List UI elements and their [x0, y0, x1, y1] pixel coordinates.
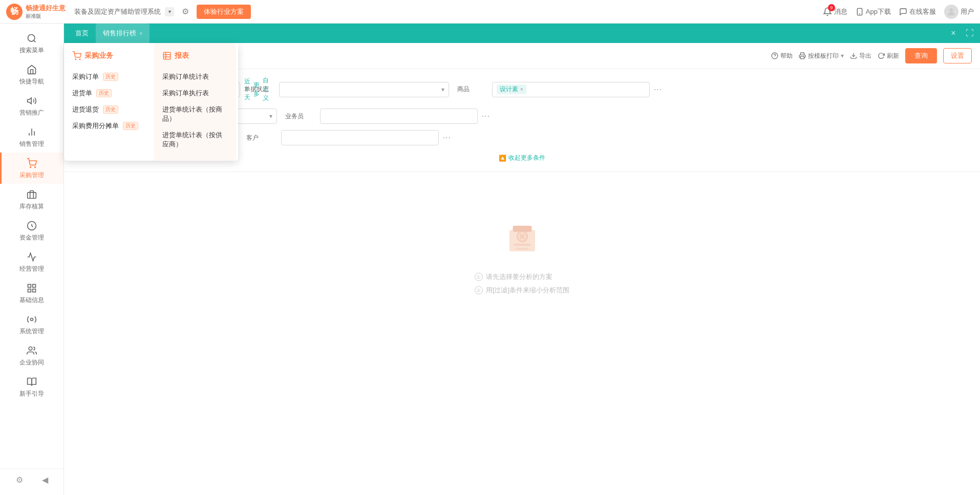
top-header: 畅 畅捷通好生意 标准版 装备及固定资产辅助管理系统 ▾ ⚙ 体验行业方案 9 …: [0, 0, 980, 24]
tab-expand-btn[interactable]: ⛶: [964, 27, 976, 39]
sidebar-item-inventory[interactable]: 库存核算: [0, 184, 63, 215]
svg-rect-29: [516, 248, 528, 249]
tip-text-2: 用[过滤]条件来缩小分析范围: [486, 286, 569, 295]
sidebar-item-finance[interactable]: 资金管理: [0, 215, 63, 246]
sidebar-item-marketing[interactable]: 营销推广: [0, 90, 63, 121]
goods-tag-close[interactable]: ×: [520, 87, 523, 92]
online-service-item[interactable]: 在线客服: [899, 7, 936, 16]
notification-icon: 9: [823, 7, 832, 16]
marketing-icon: [26, 95, 37, 106]
tab-sales-ranking-label: 销售排行榜: [103, 29, 136, 38]
customer-dots-btn[interactable]: ···: [443, 133, 451, 142]
collapse-label: 收起更多条件: [508, 154, 545, 162]
svg-rect-16: [33, 289, 36, 292]
tab-bar: 首页 销售排行榜 × × ⛶: [64, 24, 980, 43]
system-gear-btn[interactable]: ⚙: [178, 5, 193, 19]
collab-icon: [26, 345, 37, 356]
dropdown-col1-title: 采购业务: [72, 51, 146, 62]
tab-sales-ranking[interactable]: 销售排行榜 ×: [96, 24, 150, 43]
dropdown-item-purchase-order[interactable]: 采购订单 历史: [72, 69, 146, 85]
notification-item[interactable]: 9 消息: [823, 7, 847, 16]
inbound-history-badge: 历史: [96, 89, 112, 97]
inventory-icon: [26, 189, 37, 200]
logo-text: 畅捷通好生意 标准版: [26, 4, 66, 20]
inbound-return-history-badge: 历史: [103, 105, 118, 114]
sidebar: 搜索菜单 快捷导航 营销推广 销售管理 采购管理: [0, 24, 64, 495]
svg-point-31: [79, 59, 80, 60]
purchase-expense-history-badge: 历史: [123, 122, 138, 130]
logo-area: 畅 畅捷通好生意 标准版: [6, 4, 70, 20]
dropdown-item-po-stat[interactable]: 采购订单统计表: [162, 69, 228, 85]
sidebar-item-collab[interactable]: 企业协同: [0, 340, 63, 371]
goods-tag-text: 设计素: [500, 85, 518, 94]
logo-sub: 标准版: [26, 13, 66, 20]
dropdown-item-inbound-return[interactable]: 进货退货 历史: [72, 101, 146, 118]
sidebar-settings-btn[interactable]: ⚙: [16, 475, 23, 485]
logo-icon: 畅: [6, 4, 23, 20]
customer-select[interactable]: [281, 130, 439, 145]
online-service-label: 在线客服: [909, 7, 936, 16]
purchase-order-history-badge: 历史: [103, 73, 118, 81]
svg-rect-21: [801, 56, 804, 59]
basic-icon: [26, 283, 37, 294]
dropdown-item-inbound[interactable]: 进货单 历史: [72, 85, 146, 101]
app-download-item[interactable]: App下载: [856, 7, 891, 16]
sidebar-bottom: ⚙ ◀: [0, 468, 63, 491]
dropdown-col2-title: 报表: [162, 51, 228, 62]
print-dropdown-icon[interactable]: ▾: [841, 52, 844, 59]
salesman-select[interactable]: [320, 109, 478, 124]
svg-line-4: [34, 40, 36, 42]
sidebar-item-sales[interactable]: 销售管理: [0, 121, 63, 153]
purchase-icon: [26, 158, 37, 169]
po-stat-label: 采购订单统计表: [162, 72, 209, 81]
goods-dots-btn[interactable]: ···: [654, 85, 662, 94]
bill-status-select[interactable]: ▾: [279, 82, 449, 97]
help-btn[interactable]: 帮助: [771, 52, 793, 60]
refresh-btn[interactable]: 刷新: [878, 52, 899, 60]
print-btn[interactable]: 按模板打印 ▾: [799, 52, 844, 60]
help-label: 帮助: [780, 52, 793, 60]
export-btn[interactable]: 导出: [850, 52, 871, 60]
dropdown-item-purchase-expense[interactable]: 采购费用分摊单 历史: [72, 118, 146, 134]
po-exec-label: 采购订单执行表: [162, 89, 209, 98]
collapse-icon: 🔼: [499, 155, 506, 162]
salesman-dots-btn[interactable]: ···: [482, 112, 490, 121]
query-btn[interactable]: 查询: [905, 48, 937, 63]
sidebar-item-system[interactable]: 系统管理: [0, 309, 63, 340]
purchase-order-label: 采购订单: [72, 72, 99, 81]
dropdown-menu: 采购业务 采购订单 历史 进货单 历史 进货退货 历史 采购费用分摊单 历史 报…: [64, 43, 238, 161]
sidebar-finance-label: 资金管理: [19, 233, 44, 242]
dropdown-item-inbound-stat-supplier[interactable]: 进货单统计表（按供应商）: [162, 127, 228, 153]
salesman-label: 业务员: [285, 112, 316, 121]
notification-badge: 9: [828, 4, 835, 11]
settings-btn[interactable]: 设置: [943, 48, 972, 63]
sidebar-item-guide[interactable]: 新手引导: [0, 371, 63, 402]
sidebar-collab-label: 企业协同: [19, 358, 44, 367]
refresh-label: 刷新: [887, 52, 899, 60]
sidebar-item-search[interactable]: 搜索菜单: [0, 28, 63, 59]
purchase-expense-label: 采购费用分摊单: [72, 121, 119, 131]
print-label: 按模板打印: [808, 52, 839, 60]
tab-window-close-btn[interactable]: ×: [947, 27, 960, 39]
system-dropdown-btn[interactable]: ▾: [165, 7, 174, 16]
notification-label: 消息: [834, 7, 847, 16]
user-item[interactable]: 用户: [944, 5, 974, 19]
tab-close-btn[interactable]: ×: [139, 30, 142, 36]
svg-point-17: [31, 318, 33, 321]
bill-status-label: 单据状态: [244, 85, 275, 94]
industry-btn[interactable]: 体验行业方案: [197, 5, 251, 19]
user-avatar: [944, 5, 958, 19]
sidebar-collapse-btn[interactable]: ◀: [42, 475, 48, 485]
svg-rect-13: [28, 285, 31, 288]
inbound-return-label: 进货退货: [72, 105, 99, 114]
tab-home[interactable]: 首页: [68, 24, 96, 43]
sidebar-guide-label: 新手引导: [19, 390, 44, 398]
dropdown-item-inbound-stat-goods[interactable]: 进货单统计表（按商品）: [162, 101, 228, 127]
goods-tag: 设计素 ×: [497, 84, 526, 94]
dropdown-item-po-exec[interactable]: 采购订单执行表: [162, 85, 228, 101]
sidebar-item-operation[interactable]: 经营管理: [0, 246, 63, 277]
sidebar-item-basic[interactable]: 基础信息: [0, 277, 63, 309]
sidebar-item-nav[interactable]: 快捷导航: [0, 59, 63, 90]
sidebar-item-purchase[interactable]: 采购管理: [0, 153, 63, 184]
sidebar-nav-label: 快捷导航: [19, 77, 44, 86]
